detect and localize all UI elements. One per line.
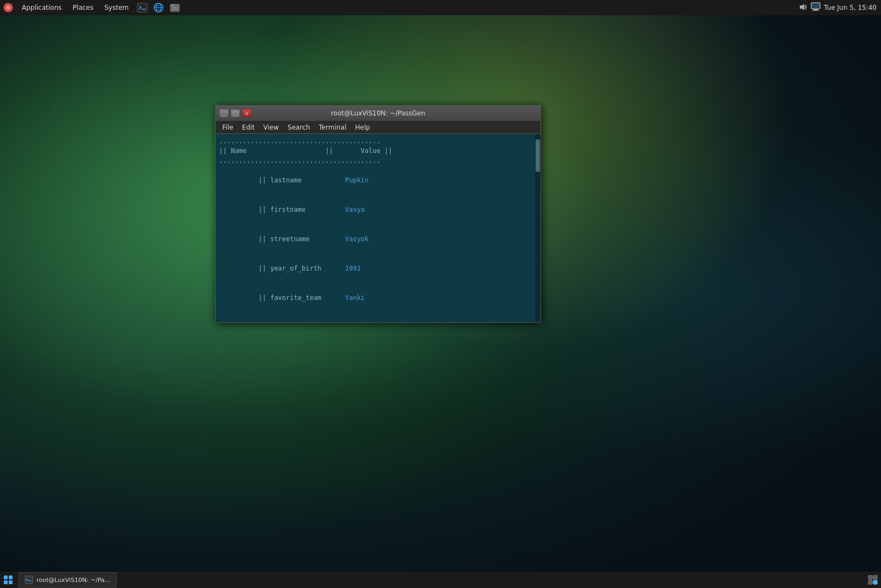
web-browser-icon[interactable]	[153, 2, 165, 14]
svg-rect-27	[873, 580, 877, 584]
terminal-launcher-icon[interactable]	[136, 2, 148, 14]
desktop: Applications Places System	[0, 0, 881, 588]
menu-edit[interactable]: Edit	[238, 121, 259, 134]
table-row: || favorite_team Yanki	[219, 283, 532, 313]
taskbar-right-button[interactable]	[865, 572, 881, 588]
titlebar-buttons: _ □ ×	[219, 109, 252, 118]
close-button[interactable]: ×	[242, 109, 252, 118]
table-row: || lastname Pupkin	[219, 166, 532, 195]
svg-marker-13	[800, 4, 804, 10]
table-header: || Name || Value ||	[219, 146, 532, 156]
top-panel: Applications Places System	[0, 0, 881, 15]
svg-rect-26	[868, 580, 872, 584]
minimize-button[interactable]: _	[219, 109, 229, 118]
panel-left: Applications Places System	[0, 0, 799, 15]
terminal-menubar: File Edit View Search Terminal Help	[216, 121, 540, 134]
applications-menu[interactable]: Applications	[16, 0, 67, 15]
system-menu[interactable]: System	[99, 0, 134, 15]
terminal-scrollbar[interactable]	[535, 134, 540, 322]
datetime-display: Tue Jun 5, 15:40	[824, 4, 877, 11]
menu-help[interactable]: Help	[351, 121, 374, 134]
svg-rect-20	[4, 580, 8, 584]
svg-rect-18	[4, 575, 8, 579]
file-manager-icon[interactable]	[169, 2, 181, 14]
svg-point-1	[6, 5, 10, 10]
menu-search[interactable]: Search	[283, 121, 314, 134]
monitor-icon[interactable]	[811, 2, 821, 14]
menu-file[interactable]: File	[218, 121, 238, 134]
svg-rect-19	[9, 575, 13, 579]
dots-line-2: ........................................…	[219, 156, 532, 166]
bottom-taskbar: root@LuxViS10N: ~/Pa...	[0, 572, 881, 588]
taskbar-show-desktop[interactable]	[0, 572, 16, 588]
terminal-title: root@LuxViS10N: ~/PassGen	[252, 109, 505, 117]
table-row-child-nickname: || child_nickname None	[219, 313, 532, 322]
volume-icon[interactable]	[799, 3, 807, 13]
taskbar-terminal-label: root@LuxViS10N: ~/Pa...	[37, 577, 111, 584]
terminal-titlebar: _ □ × root@LuxViS10N: ~/PassGen	[216, 106, 540, 121]
system-logo-icon[interactable]	[2, 2, 14, 14]
menu-view[interactable]: View	[259, 121, 283, 134]
svg-rect-21	[9, 580, 13, 584]
menu-terminal[interactable]: Terminal	[314, 121, 351, 134]
svg-rect-17	[812, 3, 819, 8]
taskbar-terminal-item[interactable]: root@LuxViS10N: ~/Pa...	[19, 572, 117, 587]
maximize-button[interactable]: □	[230, 109, 240, 118]
terminal-window: _ □ × root@LuxViS10N: ~/PassGen File Edi…	[215, 105, 541, 323]
places-menu[interactable]: Places	[67, 0, 99, 15]
svg-rect-25	[873, 575, 877, 579]
table-row: || firstname Vasya	[219, 195, 532, 224]
dots-line-1: ........................................…	[219, 136, 532, 146]
table-row: || streetname Vasyok	[219, 224, 532, 254]
scrollbar-thumb[interactable]	[536, 139, 540, 172]
svg-rect-2	[137, 3, 147, 12]
svg-rect-10	[171, 4, 174, 6]
terminal-body[interactable]: ........................................…	[216, 134, 535, 322]
svg-rect-24	[868, 575, 872, 579]
svg-rect-22	[25, 576, 33, 584]
table-row: || year_of_birth 1991	[219, 254, 532, 283]
panel-right: Tue Jun 5, 15:40	[799, 2, 881, 14]
terminal-content-wrapper: ........................................…	[216, 134, 540, 322]
